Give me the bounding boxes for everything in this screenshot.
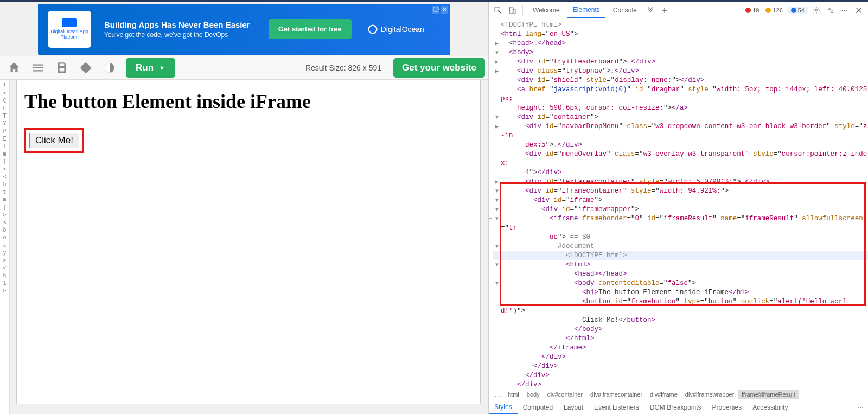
svg-point-6 <box>815 9 818 11</box>
svg-rect-1 <box>81 63 91 73</box>
tab-properties: Properties <box>707 400 748 415</box>
more-icon[interactable]: ⋯ <box>839 4 851 16</box>
tab-console[interactable]: Console <box>608 2 642 18</box>
devtools-pane: Welcome Elements Console 19 126 54 ⋯ <!D… <box>488 2 868 414</box>
errors-badge[interactable]: 19 <box>743 7 761 14</box>
tab-layout: Layout <box>558 400 589 415</box>
tab-accessibility: Accessibility <box>747 400 793 415</box>
theme-icon[interactable] <box>99 57 120 79</box>
result-size-label: Result Size: 826 x 591 <box>305 63 381 72</box>
dom-breadcrumbs[interactable]: … html body div#container div#iframecont… <box>489 388 868 400</box>
styles-tabs[interactable]: Styles Computed Layout Event Listeners D… <box>489 400 868 414</box>
add-tab-icon[interactable] <box>659 4 671 16</box>
tab-computed: Computed <box>518 400 558 415</box>
ad-cta-button[interactable]: Get started for free <box>269 19 352 39</box>
editor-pane: DigitalOcean App Platform Building Apps … <box>0 2 488 414</box>
close-icon[interactable] <box>853 4 865 16</box>
inspect-icon[interactable] <box>492 4 504 16</box>
ad-brand: DigitalOcean <box>368 24 424 34</box>
tab-styles: Styles <box>489 400 518 415</box>
tab-eventlisteners: Event Listeners <box>589 400 644 415</box>
more-tabs-icon[interactable] <box>644 4 656 16</box>
preview-heading: The button Element inside iFrame <box>24 90 473 113</box>
tab-elements[interactable]: Elements <box>567 2 605 18</box>
highlight-box: Click Me! <box>24 128 84 153</box>
ad-title: Building Apps Has Never Been Easier <box>104 20 250 29</box>
click-me-button[interactable]: Click Me! <box>29 133 79 148</box>
rotate-icon[interactable] <box>75 57 97 79</box>
toolbar: Run Result Size: 826 x 591 Get your webs… <box>0 56 488 80</box>
menu-icon[interactable] <box>27 57 49 79</box>
ad-subtitle: You've got the code, we've got the DevOp… <box>104 31 250 39</box>
tab-welcome[interactable]: Welcome <box>527 2 565 18</box>
dom-tree[interactable]: <!DOCTYPE html> <html lang="en-US"> ▶ <h… <box>489 18 868 388</box>
preview-iframe: The button Element inside iFrame Click M… <box>16 80 481 404</box>
ad-banner: DigitalOcean App Platform Building Apps … <box>0 2 488 56</box>
device-icon[interactable] <box>506 4 518 16</box>
svg-point-0 <box>368 25 376 33</box>
save-icon[interactable] <box>51 57 73 79</box>
activity-icon[interactable] <box>825 4 837 16</box>
code-editor-gutter[interactable]: ! < C C T Y P E t m ] > < h t m ] > < b … <box>0 80 10 414</box>
get-website-button[interactable]: Get your website <box>393 58 485 78</box>
warnings-badge[interactable]: 126 <box>763 7 784 14</box>
ad-logo-card: DigitalOcean App Platform <box>48 11 91 48</box>
devtools-toolbar: Welcome Elements Console 19 126 54 ⋯ <box>489 2 868 18</box>
tab-dombreakpoints: DOM Breakpoints <box>644 400 707 415</box>
info-badge[interactable]: 54 <box>787 7 808 14</box>
more-icon: ⋯ <box>852 400 868 415</box>
run-button[interactable]: Run <box>126 58 175 78</box>
settings-icon[interactable] <box>810 4 822 16</box>
ad-content[interactable]: DigitalOcean App Platform Building Apps … <box>38 4 450 55</box>
home-icon[interactable] <box>3 57 25 79</box>
ad-controls[interactable]: ⓘ✕ <box>432 6 448 14</box>
